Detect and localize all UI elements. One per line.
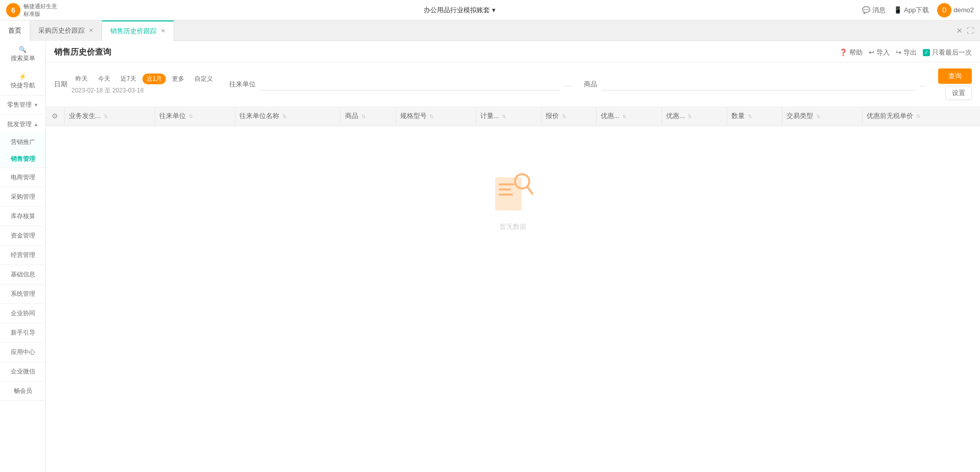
table-col-partner-name[interactable]: 往来单位名称 ⇅ — [235, 106, 341, 126]
page-title: 销售历史价查询 — [54, 47, 111, 58]
sidebar-section-wechat: 企业微信 — [0, 362, 45, 382]
sidebar-section-app: 应用中心 — [0, 343, 45, 362]
table-area: ⚙ 业务发生... ⇅ 往来单位 ⇅ 往来单位名称 ⇅ — [46, 106, 980, 472]
tab-sales-history[interactable]: 销售历史价跟踪 ✕ — [102, 20, 174, 41]
table-col-product[interactable]: 商品 ⇅ — [340, 106, 396, 126]
tab-window-actions: ✕ ⛶ — [957, 27, 980, 35]
date-option-yesterday[interactable]: 昨天 — [71, 74, 92, 84]
sort-icon: ⇅ — [282, 113, 286, 119]
export-button[interactable]: ↪ 导出 — [896, 48, 917, 57]
user-profile[interactable]: D demo2 — [937, 3, 974, 17]
sidebar-section-operations: 经营管理 — [0, 246, 45, 265]
message-button[interactable]: 💬 消息 — [862, 6, 886, 15]
search-icon: 🔍 — [19, 46, 27, 53]
sidebar-item-search-menu[interactable]: 🔍 搜索菜单 — [0, 41, 45, 68]
sidebar-item-retail-mgmt[interactable]: 零售管理 ▼ — [0, 96, 45, 114]
only-last-checkbox[interactable]: ✓ 只看最后一次 — [923, 48, 972, 57]
table-col-settings[interactable]: ⚙ — [46, 106, 64, 126]
page-actions: ❓ 帮助 ↩ 导入 ↪ 导出 ✓ 只看最后一次 — [839, 48, 972, 57]
tab-home[interactable]: 首页 — [0, 20, 30, 41]
sidebar-item-purchase-mgmt[interactable]: 采购管理 — [0, 187, 45, 206]
import-button[interactable]: ↩ 导入 — [869, 48, 890, 57]
tab-purchase-history-close[interactable]: ✕ — [89, 27, 93, 34]
message-icon: 💬 — [862, 6, 870, 14]
chevron-up-icon: ▲ — [34, 122, 39, 127]
table-body: 暂无数据 — [46, 126, 980, 273]
close-window-icon[interactable]: ✕ — [957, 27, 963, 35]
maximize-window-icon[interactable]: ⛶ — [967, 27, 974, 35]
product-input[interactable] — [601, 78, 915, 90]
product-picker-icon[interactable]: ... — [919, 80, 926, 89]
topbar-center: 办公用品行业模拟账套 ▾ — [424, 6, 496, 15]
partner-input[interactable] — [260, 78, 560, 90]
help-button[interactable]: ❓ 帮助 — [839, 48, 863, 57]
export-icon: ↪ — [896, 49, 901, 56]
sidebar-item-inventory[interactable]: 库存核算 — [0, 207, 45, 226]
table-col-unit[interactable]: 计量... ⇅ — [476, 106, 541, 126]
main-layout: 🔍 搜索菜单 ⚡ 快捷导航 零售管理 ▼ 批发管理 ▲ 营销推广 — [0, 41, 980, 472]
sidebar-item-enterprise-wechat[interactable]: 企业微信 — [0, 362, 45, 381]
sidebar-item-new-guide[interactable]: 新手引导 — [0, 323, 45, 342]
product-label: 商品 — [584, 80, 597, 89]
help-icon: ❓ — [839, 49, 847, 56]
sidebar-section-system: 系统管理 — [0, 285, 45, 304]
sidebar-section-member: 畅会员 — [0, 382, 45, 401]
sidebar-item-wholesale-mgmt[interactable]: 批发管理 ▲ — [0, 115, 45, 134]
table-col-partner-code[interactable]: 往来单位 ⇅ — [155, 106, 235, 126]
svg-rect-2 — [499, 188, 511, 191]
sidebar-item-basic-info[interactable]: 基础信息 — [0, 265, 45, 284]
sort-icon: ⇅ — [104, 113, 108, 119]
tab-sales-history-close[interactable]: ✕ — [161, 28, 165, 34]
table-col-biz-date[interactable]: 业务发生... ⇅ — [64, 106, 155, 126]
app-icon: 📱 — [894, 6, 902, 14]
sidebar-section-top: 🔍 搜索菜单 ⚡ 快捷导航 — [0, 41, 45, 96]
query-button[interactable]: 查询 — [938, 68, 972, 84]
table-col-quoted-price[interactable]: 报价 ⇅ — [542, 106, 597, 126]
industry-selector[interactable]: 办公用品行业模拟账套 ▾ — [424, 6, 496, 15]
table-col-discount2[interactable]: 优惠... ⇅ — [662, 106, 727, 126]
sidebar-item-ecommerce-mgmt[interactable]: 电商管理 — [0, 168, 45, 187]
date-option-custom[interactable]: 自定义 — [190, 74, 217, 84]
settings-button[interactable]: 设置 — [945, 86, 972, 100]
sidebar-item-sales-mgmt[interactable]: 销售管理 — [0, 151, 45, 168]
import-icon: ↩ — [869, 49, 874, 56]
topbar-right: 💬 消息 📱 App下载 D demo2 — [862, 3, 974, 17]
table-col-trade-type[interactable]: 交易类型 ⇅ — [782, 106, 862, 126]
table-col-qty[interactable]: 数量 ⇅ — [727, 106, 782, 126]
sort-icon: ⇅ — [748, 113, 752, 119]
table-col-pre-tax-price[interactable]: 优惠前无税单价 ⇅ — [863, 106, 980, 126]
logo-area: 6 畅捷通好生意 标准版 — [6, 3, 57, 17]
date-option-last7days[interactable]: 近7天 — [116, 74, 140, 84]
topbar-left: 6 畅捷通好生意 标准版 — [6, 3, 57, 17]
filter-actions: 查询 设置 — [938, 68, 972, 100]
sidebar-section-retail: 零售管理 ▼ — [0, 96, 45, 115]
tab-purchase-history[interactable]: 采购历史价跟踪 ✕ — [30, 20, 102, 41]
table-col-spec[interactable]: 规格型号 ⇅ — [396, 106, 476, 126]
date-option-more[interactable]: 更多 — [168, 74, 188, 84]
sidebar-section-finance: 资金管理 — [0, 226, 45, 246]
sidebar-item-finance-mgmt[interactable]: 资金管理 — [0, 226, 45, 245]
table-col-discount1[interactable]: 优惠... ⇅ — [596, 106, 662, 126]
sidebar-section-guide: 新手引导 — [0, 323, 45, 343]
sidebar-item-member-club[interactable]: 畅会员 — [0, 382, 45, 400]
sidebar-item-operations-mgmt[interactable]: 经营管理 — [0, 246, 45, 265]
sidebar-section-basic: 基础信息 — [0, 265, 45, 285]
sidebar-item-marketing[interactable]: 营销推广 — [0, 134, 45, 151]
partner-picker-icon[interactable]: ... — [565, 80, 571, 89]
data-table: ⚙ 业务发生... ⇅ 往来单位 ⇅ 往来单位名称 ⇅ — [46, 106, 980, 272]
sidebar-item-app-center[interactable]: 应用中心 — [0, 343, 45, 362]
empty-text: 暂无数据 — [500, 222, 526, 231]
date-option-today[interactable]: 今天 — [94, 74, 114, 84]
logo-icon: 6 — [6, 3, 20, 17]
sort-icon: ⇅ — [502, 113, 506, 119]
chevron-down-icon: ▼ — [34, 102, 39, 108]
sort-icon: ⇅ — [189, 113, 193, 119]
date-option-last1month[interactable]: 近1月 — [142, 74, 166, 84]
settings-col-icon[interactable]: ⚙ — [52, 112, 58, 120]
date-range-display: 2023-02-18 至 2023-03-18 — [71, 86, 217, 95]
app-download-button[interactable]: 📱 App下载 — [894, 6, 929, 15]
sort-icon: ⇅ — [688, 113, 692, 119]
sidebar-item-enterprise-collab[interactable]: 企业协同 — [0, 304, 45, 323]
sidebar-item-system-mgmt[interactable]: 系统管理 — [0, 285, 45, 303]
sidebar-item-quick-nav[interactable]: ⚡ 快捷导航 — [0, 68, 45, 95]
